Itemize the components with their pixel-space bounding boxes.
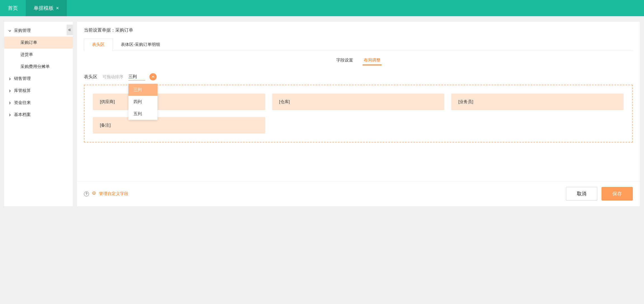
header-tab-home[interactable]: 首页 (0, 0, 26, 16)
column-select[interactable] (128, 73, 157, 80)
sidebar-group-basic[interactable]: 基本档案 (4, 109, 73, 121)
footer: ? 管理自定义字段 取消 保存 (77, 181, 640, 206)
content-area: 当前设置单据：采购订单 表头区 表体区-采购订单明细 字段设置 布局调整 表头区… (77, 22, 640, 206)
column-input[interactable] (128, 73, 145, 80)
group-label: 资金往来 (14, 100, 31, 105)
field-supplier[interactable]: [供应商] (93, 94, 265, 110)
sidebar-item-purchase-order[interactable]: 采购订单 (4, 37, 73, 49)
region-tab-body[interactable]: 表体区-采购订单明细 (113, 38, 168, 51)
field-salesperson[interactable]: [业务员] (451, 94, 624, 110)
group-label: 基本档案 (14, 112, 31, 117)
dropdown-toggle-button[interactable] (149, 73, 157, 80)
field-remark[interactable]: [备注] (93, 117, 265, 134)
help-icon[interactable]: ? (84, 191, 89, 196)
header-tabs: 首页 单据模板 × (0, 0, 644, 16)
layout-title: 表头区 (84, 74, 97, 80)
field-label: [供应商] (100, 99, 115, 104)
tab-label: 表体区-采购订单明细 (121, 42, 160, 47)
manage-custom-fields-link[interactable]: 管理自定义字段 (99, 191, 128, 196)
item-label: 进货单 (20, 52, 33, 57)
option-label: 五列 (133, 111, 142, 116)
chevron-right-icon (8, 112, 11, 117)
group-label: 销售管理 (14, 76, 31, 81)
tab-label: 首页 (8, 5, 18, 11)
group-label: 采购管理 (14, 28, 31, 33)
option-label: 四列 (133, 99, 142, 104)
sidebar-group-sales[interactable]: 销售管理 (4, 73, 73, 85)
tab-label: 布局调整 (364, 58, 380, 62)
field-label: [仓库] (279, 99, 290, 104)
option-label: 三列 (133, 87, 142, 92)
close-icon[interactable]: × (56, 5, 59, 11)
header-tab-template[interactable]: 单据模板 × (26, 0, 67, 16)
region-tab-header[interactable]: 表头区 (84, 38, 113, 51)
dropdown-option-three[interactable]: 三列 (128, 84, 158, 96)
layout-header: 表头区 可拖动排序 三列 四列 五列 (84, 70, 633, 85)
chevron-right-icon (8, 76, 11, 81)
sidebar-group-purchase[interactable]: 采购管理 (4, 25, 73, 37)
sidebar-group-finance[interactable]: 资金往来 (4, 97, 73, 109)
chevron-down-icon (8, 28, 11, 33)
footer-right: 取消 保存 (566, 187, 633, 201)
dropdown-option-five[interactable]: 五列 (128, 108, 158, 120)
breadcrumb: 当前设置单据：采购订单 (84, 27, 633, 33)
tab-label: 字段设置 (336, 58, 353, 62)
item-label: 采购费用分摊单 (20, 64, 50, 69)
sidebar-group-inventory[interactable]: 库管核算 (4, 85, 73, 97)
save-button[interactable]: 保存 (601, 187, 633, 201)
sub-tabs: 字段设置 布局调整 (84, 51, 633, 70)
field-label: [备注] (100, 123, 111, 127)
group-label: 库管核算 (14, 88, 31, 93)
tab-label: 表头区 (92, 42, 105, 47)
breadcrumb-value: 采购订单 (115, 28, 133, 32)
cancel-button[interactable]: 取消 (566, 187, 597, 201)
field-warehouse[interactable]: [仓库] (272, 94, 445, 110)
field-label: [业务员] (458, 99, 473, 104)
breadcrumb-prefix: 当前设置单据： (84, 28, 115, 32)
tab-label: 单据模板 (34, 5, 54, 11)
layout-hint: 可拖动排序 (102, 74, 123, 80)
region-tabs: 表头区 表体区-采购订单明细 (84, 38, 633, 51)
footer-left: ? 管理自定义字段 (84, 191, 128, 197)
column-dropdown-list: 三列 四列 五列 (128, 84, 158, 120)
chevron-up-icon (151, 75, 155, 79)
dropdown-option-four[interactable]: 四列 (128, 96, 158, 108)
sidebar-item-receipt[interactable]: 进货单 (4, 49, 73, 61)
chevron-right-icon (8, 88, 11, 93)
sidebar-item-cost-allocation[interactable]: 采购费用分摊单 (4, 61, 73, 73)
item-label: 采购订单 (20, 40, 37, 45)
column-select-wrapper: 三列 四列 五列 (128, 73, 157, 80)
sub-tab-field-settings[interactable]: 字段设置 (335, 56, 354, 65)
fields-area: [供应商] [仓库] [业务员] [备注] (84, 85, 633, 142)
gear-icon (92, 191, 96, 197)
sub-tab-layout-adjust[interactable]: 布局调整 (363, 56, 382, 65)
chevron-right-icon (8, 100, 11, 105)
sidebar: 采购管理 采购订单 进货单 采购费用分摊单 销售管理 库管核算 (4, 22, 73, 206)
